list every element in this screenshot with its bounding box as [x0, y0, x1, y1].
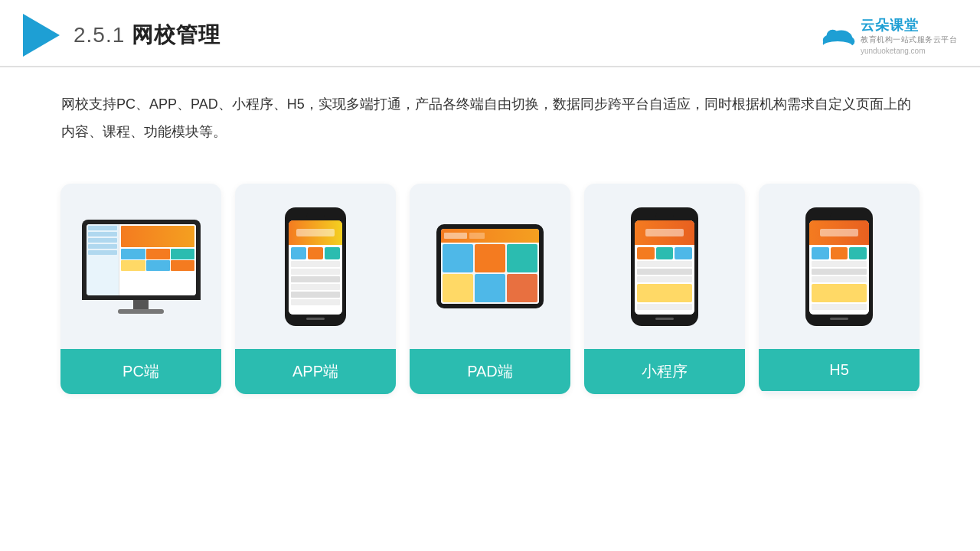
device-phone-mini: [631, 207, 698, 326]
brand-url: yunduoketang.com: [861, 47, 957, 55]
card-image-pc: [60, 184, 221, 337]
card-label-app: APP端: [235, 349, 396, 394]
device-pad-icon: [436, 224, 544, 308]
card-pc: PC端: [60, 184, 221, 394]
header-right: 云朵课堂 教育机构一站式服务云平台 yunduoketang.com: [819, 16, 957, 55]
card-label-pad: PAD端: [410, 349, 570, 394]
card-h5: H5: [759, 184, 920, 394]
description-text: 网校支持PC、APP、PAD、小程序、H5，实现多端打通，产品各终端自由切换，数…: [0, 67, 980, 161]
card-image-h5: [759, 184, 920, 337]
card-mini: 小程序: [584, 184, 745, 394]
section-number: 2.5.1: [74, 23, 125, 47]
card-label-pc: PC端: [60, 349, 221, 394]
brand-tagline: 教育机构一站式服务云平台: [861, 34, 957, 45]
description-content: 网校支持PC、APP、PAD、小程序、H5，实现多端打通，产品各终端自由切换，数…: [61, 96, 911, 139]
brand-name: 云朵课堂: [861, 16, 957, 34]
svg-point-3: [827, 30, 839, 41]
device-phone-h5: [805, 207, 873, 326]
cloud-icon: [819, 23, 856, 47]
brand-text: 云朵课堂 教育机构一站式服务云平台 yunduoketang.com: [861, 16, 957, 55]
card-image-mini: [584, 184, 745, 337]
device-cards-section: PC端: [0, 168, 980, 394]
device-pc-icon: [82, 220, 201, 314]
card-app: APP端: [235, 184, 396, 394]
device-phone-app: [285, 207, 346, 326]
brand-logo: 云朵课堂 教育机构一站式服务云平台 yunduoketang.com: [819, 16, 957, 55]
logo-triangle-icon: [23, 14, 60, 57]
header-left: 2.5.1 网校管理: [23, 14, 220, 57]
header: 2.5.1 网校管理 云朵课堂 教育机构一站式服务云平台 yunduoketan…: [0, 0, 980, 67]
card-image-pad: [410, 184, 570, 337]
card-image-app: [235, 184, 396, 337]
card-pad: PAD端: [410, 184, 570, 394]
card-label-mini: 小程序: [584, 349, 745, 394]
title-text: 网校管理: [132, 23, 220, 47]
card-label-h5: H5: [759, 349, 920, 391]
page-title: 2.5.1 网校管理: [74, 21, 220, 50]
